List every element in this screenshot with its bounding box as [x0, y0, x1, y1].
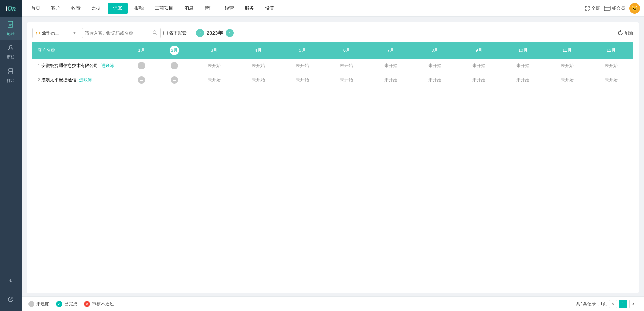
pagination-prev[interactable]: <	[609, 300, 617, 308]
sidebar-download-btn[interactable]	[0, 273, 22, 289]
topnav-management[interactable]: 管理	[199, 0, 219, 17]
audit-icon	[7, 44, 14, 53]
col-header-12: 12月	[589, 42, 633, 59]
svg-point-10	[10, 301, 11, 301]
col-header-name: 客户名称	[32, 42, 126, 59]
refresh-label: 刷新	[625, 30, 633, 36]
month-cell: 未开始	[545, 73, 589, 87]
month-cell: 未开始	[324, 59, 368, 73]
ledger-link[interactable]: 进账簿	[79, 77, 92, 82]
status-not-started: 未开始	[252, 77, 265, 82]
search-icon[interactable]	[152, 30, 158, 36]
topnav-operations[interactable]: 经营	[219, 0, 239, 17]
topnav-service[interactable]: 服务	[239, 0, 259, 17]
topnav-right: 全屏 畅会员 🐱	[585, 3, 640, 14]
col-header-3: 3月	[192, 42, 236, 59]
svg-line-14	[156, 33, 157, 35]
status-not-started: 未开始	[296, 63, 309, 68]
col-header-11: 11月	[545, 42, 589, 59]
fullscreen-btn[interactable]: 全屏	[585, 5, 600, 11]
col-header-4: 4月	[236, 42, 280, 59]
status-not-built-icon[interactable]	[138, 62, 145, 69]
ledger-link[interactable]: 进账簿	[101, 63, 114, 68]
svg-rect-5	[9, 69, 13, 71]
main-wrapper: 首页 客户 收费 票据 记账 报税 工商项目 消息 管理 经营 服务 设置 全屏…	[22, 0, 644, 311]
status-not-started: 未开始	[384, 77, 397, 82]
legend-not-started: 未建账	[28, 301, 49, 307]
legend-teal-icon	[56, 301, 62, 307]
sidebar-item-audit-label: 审核	[7, 54, 15, 60]
month-cell: 未开始	[280, 59, 324, 73]
year-label: 2023年	[207, 30, 223, 36]
topnav-invoices[interactable]: 票据	[86, 0, 106, 17]
sidebar-item-audit[interactable]: 审核	[0, 40, 22, 64]
topnav-messages[interactable]: 消息	[179, 0, 199, 17]
month-cell[interactable]	[157, 59, 192, 73]
employee-icon: 🏷	[35, 30, 40, 36]
chevron-down-icon: ▼	[73, 31, 76, 35]
name-under-checkbox[interactable]: 名下账套	[163, 30, 187, 36]
page-body: 🏷 全部员工 ▼ 名下账套 ‹ 2023年 ›	[22, 17, 644, 311]
sidebar-item-ledger[interactable]: 记账	[0, 17, 22, 40]
status-not-started: 未开始	[384, 63, 397, 68]
status-not-started: 未开始	[252, 63, 265, 68]
month-cell: 未开始	[280, 73, 324, 87]
employee-select[interactable]: 🏷 全部员工 ▼	[32, 28, 79, 38]
month-cell: 未开始	[369, 59, 413, 73]
year-prev-btn[interactable]: ‹	[196, 29, 204, 37]
status-not-started: 未开始	[516, 77, 529, 82]
search-input-wrap	[82, 28, 161, 38]
topnav-business[interactable]: 工商项目	[149, 0, 179, 17]
month-cell[interactable]	[126, 73, 157, 87]
client-name: 安徽畅捷通信息技术有限公司	[41, 63, 98, 68]
toolbar: 🏷 全部员工 ▼ 名下账套 ‹ 2023年 ›	[32, 28, 633, 38]
topnav-settings[interactable]: 设置	[259, 0, 280, 17]
svg-point-7	[12, 71, 13, 72]
month-cell[interactable]	[157, 73, 192, 87]
app-logo: iOn	[0, 0, 22, 17]
col-header-8: 8月	[413, 42, 457, 59]
topnav: 首页 客户 收费 票据 记账 报税 工商项目 消息 管理 经营 服务 设置 全屏…	[22, 0, 644, 17]
legend-rejected: 审核不通过	[84, 301, 114, 307]
svg-rect-11	[604, 6, 610, 11]
status-not-started: 未开始	[472, 77, 485, 82]
legend-complete-label: 已完成	[64, 301, 77, 307]
month-cell[interactable]	[126, 59, 157, 73]
topnav-ledger[interactable]: 记账	[108, 3, 128, 14]
col-header-2: 2月	[157, 42, 192, 59]
topnav-tax[interactable]: 报税	[129, 0, 149, 17]
pagination-info: 共2条记录，1页	[576, 301, 607, 307]
legend-red-icon	[84, 301, 90, 307]
status-not-started: 未开始	[472, 63, 485, 68]
svg-rect-8	[8, 283, 13, 283]
status-not-built-icon[interactable]	[171, 76, 178, 84]
pagination-next[interactable]: >	[629, 300, 637, 308]
status-not-started: 未开始	[428, 63, 441, 68]
month-cell: 未开始	[457, 73, 501, 87]
status-not-built-icon[interactable]	[138, 76, 145, 84]
topnav-home[interactable]: 首页	[26, 0, 46, 17]
sidebar-support-btn[interactable]	[0, 291, 22, 308]
refresh-btn[interactable]: 刷新	[618, 30, 633, 36]
topnav-billing[interactable]: 收费	[66, 0, 86, 17]
page-card: 🏷 全部员工 ▼ 名下账套 ‹ 2023年 ›	[27, 22, 639, 293]
user-avatar[interactable]: 🐱	[629, 3, 640, 14]
member-btn[interactable]: 畅会员	[604, 5, 625, 11]
checkbox-input[interactable]	[163, 31, 168, 35]
search-input[interactable]	[85, 31, 152, 36]
member-label: 畅会员	[612, 5, 625, 11]
topnav-clients[interactable]: 客户	[46, 0, 66, 17]
month-cell: 未开始	[369, 73, 413, 87]
print-icon	[7, 68, 14, 77]
pagination-page-1[interactable]: 1	[619, 300, 627, 308]
status-not-started: 未开始	[516, 63, 529, 68]
legend-grey-icon	[28, 301, 34, 307]
employee-select-label: 全部员工	[42, 30, 59, 36]
sidebar-item-print[interactable]: 打印	[0, 64, 22, 87]
status-not-started: 未开始	[208, 77, 221, 82]
year-next-btn[interactable]: ›	[226, 29, 234, 37]
svg-rect-6	[9, 72, 13, 74]
status-not-built-icon[interactable]	[171, 62, 178, 69]
footer: 未建账 已完成 审核不通过 共2条记录，1页 < 1 >	[22, 296, 644, 311]
legend-complete: 已完成	[56, 301, 77, 307]
